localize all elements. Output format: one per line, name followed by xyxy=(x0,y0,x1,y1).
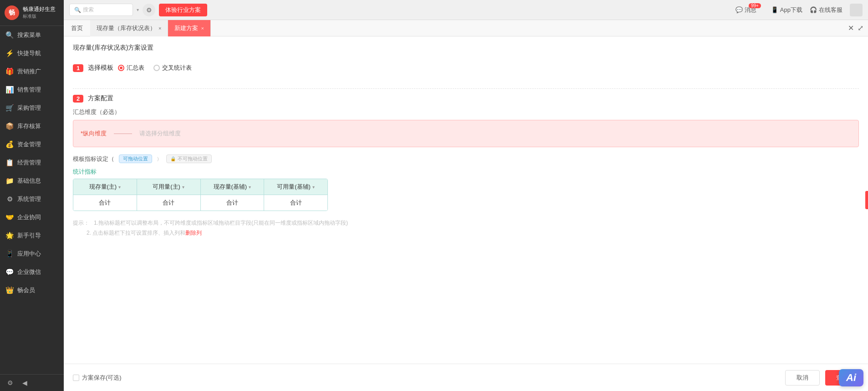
step2-badge: 2 xyxy=(73,95,83,103)
step2-header: 2 方案配置 xyxy=(73,94,859,103)
top-header: 🔍 搜索 ▾ ⚙ 体验行业方案 💬 消息 99+ 📱 App下载 🎧 在线客服 xyxy=(64,0,868,20)
message-icon: 💬 xyxy=(735,6,743,13)
sidebar-item-enterprise-wx[interactable]: 💬 企业微信 xyxy=(0,263,64,281)
dimension-placeholder: 请选择分组维度 xyxy=(139,129,181,138)
header-right: 💬 消息 99+ 📱 App下载 🎧 在线客服 xyxy=(735,4,863,16)
close-tab-icon[interactable]: ✕ xyxy=(848,24,854,32)
sidebar-item-management[interactable]: 📋 经营管理 xyxy=(0,154,64,172)
search-menu-icon: 🔍 xyxy=(5,31,14,39)
stats-col-1-header[interactable]: 可用量(主) ▾ xyxy=(137,179,201,195)
settings-icon[interactable]: ⚙ xyxy=(5,378,15,387)
radio-cross[interactable]: 交叉统计表 xyxy=(153,64,192,72)
sidebar-item-member[interactable]: 👑 畅会员 xyxy=(0,281,64,299)
sidebar-item-sales[interactable]: 📊 销售管理 xyxy=(0,81,64,99)
expand-icon[interactable]: ⤢ xyxy=(858,24,863,32)
no-drag-icon: 🔒 xyxy=(170,156,176,161)
tab-home[interactable]: 首页 xyxy=(64,24,90,32)
tip-2: 2. 点击标题栏下拉可设置排序、插入列和删除列 xyxy=(73,228,859,238)
collapse-icon[interactable]: ◀ xyxy=(20,378,29,387)
tip-highlight: 删除列 xyxy=(185,230,202,236)
ai-badge[interactable]: Ai xyxy=(839,369,863,386)
online-service-button[interactable]: 🎧 在线客服 xyxy=(810,6,842,14)
sidebar-footer: ⚙ ◀ xyxy=(0,374,64,391)
tips-section: 提示： 1.拖动标题栏可以调整布局，不可跨维度或指标区域拖动栏目字段(只能在同一… xyxy=(73,218,859,238)
sidebar-logo: 畅 畅康通好生意 标准版 xyxy=(0,0,64,26)
sidebar-item-label: 应用中心 xyxy=(17,250,41,258)
search-bar[interactable]: 🔍 搜索 xyxy=(69,4,133,16)
search-icon: 🔍 xyxy=(74,7,81,13)
radio-summary[interactable]: 汇总表 xyxy=(118,64,144,72)
sidebar-item-label: 搜索菜单 xyxy=(17,31,41,39)
new-guide-icon: 🌟 xyxy=(5,232,14,240)
step1-section: 1 选择模板 汇总表 交叉统计表 xyxy=(73,59,859,82)
dropdown-icon[interactable]: ▾ xyxy=(137,7,139,12)
stats-col-3-header[interactable]: 可用量(基辅) ▾ xyxy=(264,179,327,195)
headset-icon: 🎧 xyxy=(810,6,817,13)
sidebar-item-search-menu[interactable]: 🔍 搜索菜单 xyxy=(0,26,64,44)
sidebar-item-purchase[interactable]: 🛒 采购管理 xyxy=(0,99,64,117)
sidebar-item-inventory[interactable]: 📦 库存核算 xyxy=(0,117,64,135)
col-2-chevron: ▾ xyxy=(249,185,251,190)
management-icon: 📋 xyxy=(5,159,14,167)
inventory-icon: 📦 xyxy=(5,122,14,130)
tab-inventory-label: 现存量（库存状况表） xyxy=(97,24,156,32)
basic-info-icon: 📁 xyxy=(5,177,14,185)
step1-badge: 1 xyxy=(73,64,83,72)
logo-title: 畅康通好生意 xyxy=(23,6,56,13)
tab-inventory-close[interactable]: × xyxy=(158,26,161,31)
step1-header: 1 选择模板 汇总表 交叉统计表 xyxy=(73,64,859,72)
sidebar-item-app-center[interactable]: 📱 应用中心 xyxy=(0,245,64,263)
avatar[interactable] xyxy=(850,4,863,16)
sidebar-item-marketing[interactable]: 🎁 营销推广 xyxy=(0,62,64,81)
sidebar-item-basic-info[interactable]: 📁 基础信息 xyxy=(0,172,64,190)
indicators-label: 模板指标设定（ 可拖动位置 ） 🔒 不可拖动位置 xyxy=(73,154,859,163)
sidebar-item-new-guide[interactable]: 🌟 新手引导 xyxy=(0,226,64,245)
messages-badge: 99+ xyxy=(749,3,761,8)
enterprise-wx-icon: 💬 xyxy=(5,268,14,276)
sidebar-item-quick-nav[interactable]: ⚡ 快捷导航 xyxy=(0,44,64,62)
content-area: 现存量(库存状况表)方案设置 1 选择模板 汇总表 交叉统计表 xyxy=(64,36,868,364)
app-download-button[interactable]: 📱 App下载 xyxy=(771,6,802,14)
sidebar-item-label: 销售管理 xyxy=(17,86,41,94)
save-checkbox-label[interactable]: 方案保存(可选) xyxy=(73,374,122,382)
dimension-divider xyxy=(114,134,132,134)
tab-new-plan[interactable]: 新建方案 × xyxy=(168,20,210,36)
main-area: 🔍 搜索 ▾ ⚙ 体验行业方案 💬 消息 99+ 📱 App下载 🎧 在线客服 xyxy=(64,0,868,391)
stats-header-row: 现存量(主) ▾ 可用量(主) ▾ 现存量(基辅) ▾ xyxy=(73,179,327,195)
dimension-box[interactable]: *纵向维度 请选择分组维度 xyxy=(73,120,859,147)
radio-summary-label: 汇总表 xyxy=(127,64,144,72)
system-icon: ⚙ xyxy=(5,195,14,203)
purchase-icon: 🛒 xyxy=(5,104,14,112)
indicator-paren-close: ） xyxy=(157,155,162,162)
sidebar-item-label: 基础信息 xyxy=(17,177,41,185)
stats-col-3-label: 可用量(基辅) xyxy=(277,183,311,191)
stats-data-row: 合计 合计 合计 合计 xyxy=(73,195,327,211)
enterprise-icon: 🤝 xyxy=(5,213,14,221)
stats-col-0-header[interactable]: 现存量(主) ▾ xyxy=(73,179,137,195)
sidebar-item-enterprise[interactable]: 🤝 企业协同 xyxy=(0,208,64,226)
sidebar-item-label: 新手引导 xyxy=(17,232,41,240)
stats-cell-3: 合计 xyxy=(264,195,327,211)
right-edge-indicator xyxy=(865,191,868,209)
dimension-required-label: 汇总维度（必选） xyxy=(73,108,859,116)
finance-icon: 💰 xyxy=(5,140,14,149)
phone-icon: 📱 xyxy=(771,6,778,13)
save-checkbox[interactable] xyxy=(73,375,79,381)
step1-title: 选择模板 xyxy=(88,64,113,72)
sidebar-item-system[interactable]: ⚙ 系统管理 xyxy=(0,190,64,208)
gear-button[interactable]: ⚙ xyxy=(143,4,155,16)
tip-1: 提示： 1.拖动标题栏可以调整布局，不可跨维度或指标区域拖动栏目字段(只能在同一… xyxy=(73,218,859,228)
drag-badge: 可拖动位置 xyxy=(119,154,152,163)
messages-button[interactable]: 💬 消息 99+ xyxy=(735,6,756,14)
stats-col-2-header[interactable]: 现存量(基辅) ▾ xyxy=(201,179,265,195)
app-download-label: App下载 xyxy=(780,6,802,14)
sidebar-item-finance[interactable]: 💰 资金管理 xyxy=(0,135,64,154)
sidebar-item-label: 库存核算 xyxy=(17,122,41,130)
cancel-button[interactable]: 取消 xyxy=(785,370,820,386)
tab-new-plan-close[interactable]: × xyxy=(201,26,204,31)
trial-button[interactable]: 体验行业方案 xyxy=(159,4,207,16)
template-radio-group: 汇总表 交叉统计表 xyxy=(118,64,192,72)
step2-section: 2 方案配置 汇总维度（必选） *纵向维度 请选择分组维度 模板指标设定（ 可拖… xyxy=(73,94,859,238)
tab-inventory[interactable]: 现存量（库存状况表） × xyxy=(90,20,168,36)
sidebar-item-label: 经营管理 xyxy=(17,159,41,167)
